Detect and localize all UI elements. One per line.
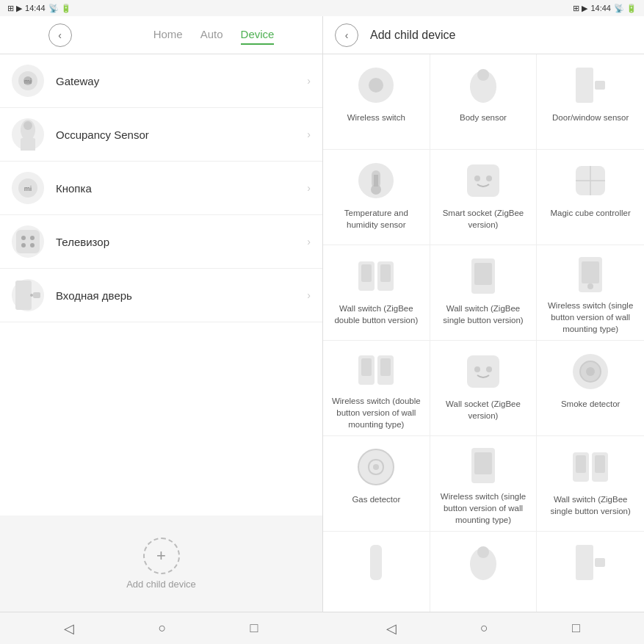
svg-rect-53 xyxy=(474,452,492,474)
list-item[interactable]: Wall switch (ZigBee single button versio… xyxy=(537,436,644,532)
arrow-icon-gateway: › xyxy=(307,75,311,87)
smoke-detector-icon xyxy=(570,351,611,392)
list-item[interactable] xyxy=(430,532,538,612)
tab-home[interactable]: Home xyxy=(153,25,183,45)
list-item[interactable] xyxy=(537,532,644,612)
list-item[interactable]: mi Gateway › xyxy=(0,54,322,108)
arrow-icon-knopka: › xyxy=(307,182,311,194)
list-item[interactable]: Wireless switch xyxy=(323,54,430,150)
door-icon xyxy=(12,279,44,311)
svg-rect-33 xyxy=(361,264,372,282)
occupancy-icon xyxy=(12,118,44,151)
bottom-nav: ◁ ○ □ ◁ ○ □ xyxy=(0,612,644,644)
list-item[interactable]: Gas detector xyxy=(323,436,430,532)
arrow-icon-televizor: › xyxy=(307,236,311,247)
left-recent-nav-icon[interactable]: □ xyxy=(250,621,258,636)
magic-cube-icon xyxy=(570,160,611,201)
wireless-switch-single-wall2-icon xyxy=(463,446,504,485)
svg-point-46 xyxy=(486,366,492,372)
right-recent-nav-icon[interactable]: □ xyxy=(572,621,580,636)
list-item[interactable]: Occupancy Sensor › xyxy=(0,108,322,162)
wireless-switch-label: Wireless switch xyxy=(347,112,405,123)
door-sensor-label: Door/window sensor xyxy=(552,112,629,123)
list-item[interactable]: Телевизор › xyxy=(0,215,322,269)
svg-point-39 xyxy=(587,283,593,289)
list-item[interactable]: mi Кнопка › xyxy=(0,162,322,215)
list-item[interactable]: Wall switch (ZigBee single button versio… xyxy=(430,245,538,341)
svg-rect-12 xyxy=(15,281,32,310)
tab-device[interactable]: Device xyxy=(241,25,275,45)
item18-icon xyxy=(570,542,611,583)
list-item[interactable]: Smart socket (ZigBee version) xyxy=(430,150,538,245)
left-panel: ‹ Home Auto Device mi Gateway › xyxy=(0,16,323,612)
svg-rect-24 xyxy=(374,175,378,187)
right-back-button[interactable]: ‹ xyxy=(335,23,358,47)
svg-rect-34 xyxy=(380,264,391,282)
list-item[interactable]: Smoke detector xyxy=(537,341,644,436)
wall-switch-single-label: Wall switch (ZigBee single button versio… xyxy=(436,303,531,326)
device-name-televizor: Телевизор xyxy=(56,236,307,248)
status-bar: ⊞ ▶ 14:44 📡 🔋 ⊞ ▶ 14:44 📡 🔋 xyxy=(0,0,644,16)
svg-rect-62 xyxy=(595,558,605,567)
gas-detector-icon xyxy=(355,446,397,488)
item16-icon xyxy=(355,542,397,583)
wall-socket-icon xyxy=(463,351,504,392)
svg-point-26 xyxy=(474,176,480,181)
add-child-device[interactable]: + Add child device xyxy=(0,515,322,612)
right-status-icons: 📡 🔋 xyxy=(614,4,637,13)
wall-switch-double-label: Wall switch (ZigBee double button versio… xyxy=(329,303,424,326)
svg-point-10 xyxy=(30,236,35,240)
list-item[interactable] xyxy=(323,532,430,612)
list-item[interactable]: Wall switch (ZigBee double button versio… xyxy=(323,245,430,341)
device-grid: Wireless switch Body sensor xyxy=(323,54,644,612)
svg-text:mi: mi xyxy=(24,78,32,85)
tab-auto[interactable]: Auto xyxy=(200,25,223,45)
svg-point-45 xyxy=(474,366,480,372)
add-child-circle-icon: + xyxy=(143,538,180,574)
svg-rect-38 xyxy=(582,261,599,283)
svg-text:mi: mi xyxy=(24,185,32,192)
left-home-nav-icon[interactable]: ○ xyxy=(158,621,166,636)
arrow-icon-occupancy: › xyxy=(307,129,311,140)
right-panel: ‹ Add child device Wireless switch Body … xyxy=(323,16,644,612)
left-back-nav-icon[interactable]: ◁ xyxy=(64,621,74,637)
list-item[interactable]: Wireless switch (single button version o… xyxy=(430,436,538,532)
svg-point-49 xyxy=(586,367,595,376)
right-home-nav-icon[interactable]: ○ xyxy=(480,621,488,636)
list-item[interactable]: Magic cube controller xyxy=(537,150,644,245)
status-bar-left: ⊞ ▶ 14:44 📡 🔋 xyxy=(7,4,71,13)
device-name-knopka: Кнопка xyxy=(56,182,307,195)
left-icons: ⊞ ▶ xyxy=(7,4,22,13)
temp-humidity-label: Temperature and humidity sensor xyxy=(329,207,424,231)
right-header: ‹ Add child device xyxy=(323,16,644,54)
svg-point-14 xyxy=(30,294,33,297)
list-item[interactable]: Входная дверь › xyxy=(0,269,322,322)
device-name-occupancy: Occupancy Sensor xyxy=(56,129,307,141)
wall-socket-label: Wall socket (ZigBee version) xyxy=(436,398,531,422)
svg-rect-61 xyxy=(576,545,593,580)
list-item[interactable]: Wall socket (ZigBee version) xyxy=(430,341,538,436)
nav-tabs: Home Auto Device xyxy=(153,25,275,45)
right-header-title: Add child device xyxy=(370,29,456,42)
right-icons: ⊞ ▶ xyxy=(573,4,587,13)
right-back-nav-icon[interactable]: ◁ xyxy=(386,621,397,637)
temp-humidity-icon xyxy=(355,160,397,201)
list-item[interactable]: Door/window sensor xyxy=(537,54,644,150)
wireless-switch-double-wall-label: Wireless switch (double button version o… xyxy=(329,395,424,430)
left-status-icons: 📡 🔋 xyxy=(48,4,71,13)
list-item[interactable]: Wireless switch (double button version o… xyxy=(323,341,430,436)
left-back-button[interactable]: ‹ xyxy=(48,23,72,47)
wireless-switch-single-wall2-label: Wireless switch (single button version o… xyxy=(436,491,531,526)
list-item[interactable]: Wireless switch (single button version o… xyxy=(537,245,644,341)
right-time: 14:44 xyxy=(590,4,611,12)
smart-socket-label: Smart socket (ZigBee version) xyxy=(436,207,531,231)
list-item[interactable]: Temperature and humidity sensor xyxy=(323,150,430,245)
list-item[interactable]: Body sensor xyxy=(430,54,538,150)
gateway-icon: mi xyxy=(12,65,44,97)
add-child-label: Add child device xyxy=(126,579,196,590)
device-list: mi Gateway › Occupancy Sensor › xyxy=(0,54,322,515)
svg-rect-19 xyxy=(576,68,593,103)
right-bottom-nav: ◁ ○ □ xyxy=(322,612,645,644)
svg-point-27 xyxy=(486,176,492,181)
wall-switch-single2-label: Wall switch (ZigBee single button versio… xyxy=(543,493,638,517)
